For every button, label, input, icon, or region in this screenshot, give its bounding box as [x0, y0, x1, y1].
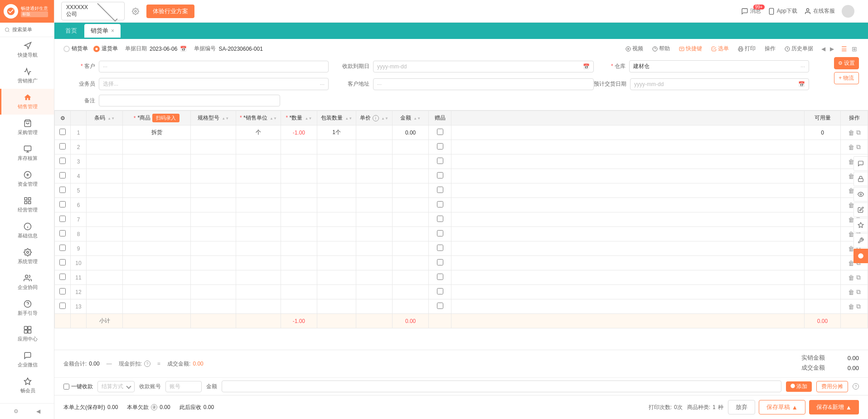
gift-checkbox-6[interactable]	[437, 216, 443, 222]
gift-checkbox-11[interactable]	[437, 288, 443, 294]
spec-cell-1[interactable]	[191, 140, 236, 154]
gift-checkbox-7[interactable]	[437, 230, 443, 236]
sidebar-item-operations[interactable]: 经营管理	[0, 192, 54, 218]
nav-prev-icon[interactable]: ◀	[820, 45, 827, 53]
gift-cell-0[interactable]	[429, 125, 451, 140]
gift-cell-11[interactable]	[429, 285, 451, 299]
float-eye-btn[interactable]	[853, 187, 868, 202]
tab-close-icon[interactable]: ×	[111, 28, 114, 34]
amount-cell-1[interactable]	[393, 140, 429, 154]
barcode-cell-4[interactable]	[87, 183, 123, 198]
setup-button[interactable]: ⚙ 设置	[834, 57, 859, 69]
gift-cell-5[interactable]	[429, 198, 451, 212]
amount-cell-11[interactable]	[393, 285, 429, 299]
draft-button[interactable]: 保存草稿 ▲	[759, 400, 805, 414]
warehouse-input[interactable]: 建材仓 ···	[629, 60, 809, 72]
pack-cell-11[interactable]	[317, 285, 356, 299]
amount-cell-0[interactable]: 0.00	[393, 125, 429, 140]
amount-cell-3[interactable]	[393, 169, 429, 183]
price-cell-7[interactable]	[356, 227, 393, 241]
qty-cell-7[interactable]	[281, 227, 317, 241]
logistics-button[interactable]: + 物流	[834, 72, 859, 84]
expected-date-input[interactable]: yyyy-mm-dd 📅	[630, 78, 809, 90]
return-order-radio[interactable]: 退货单	[93, 45, 118, 53]
price-cell-2[interactable]	[356, 154, 393, 169]
price-cell-9[interactable]	[356, 256, 393, 270]
video-btn[interactable]: 视频	[623, 43, 646, 54]
calendar-icon[interactable]: 📅	[180, 46, 187, 52]
price-cell-4[interactable]	[356, 183, 393, 198]
barcode-cell-7[interactable]	[87, 227, 123, 241]
copy-row-btn-10[interactable]: ⧉	[856, 274, 861, 281]
sidebar-item-app-center[interactable]: 应用中心	[0, 321, 54, 347]
pack-cell-4[interactable]	[317, 183, 356, 198]
gift-cell-8[interactable]	[429, 241, 451, 256]
gift-cell-7[interactable]	[429, 227, 451, 241]
price-cell-1[interactable]	[356, 140, 393, 154]
row-select-checkbox[interactable]	[59, 230, 66, 236]
price-cell-12[interactable]	[356, 299, 393, 314]
qty-cell-4[interactable]	[281, 183, 317, 198]
tab-home[interactable]: 首页	[59, 24, 83, 38]
product-cell-8[interactable]	[123, 241, 191, 256]
spec-cell-6[interactable]	[191, 212, 236, 227]
row-select-checkbox[interactable]	[59, 172, 66, 178]
float-star-btn[interactable]	[853, 218, 868, 232]
pack-cell-3[interactable]	[317, 169, 356, 183]
discount-info-icon[interactable]: ?	[144, 361, 150, 367]
due-date-calendar-icon[interactable]: 📅	[583, 63, 590, 70]
gift-cell-1[interactable]	[429, 140, 451, 154]
price-cell-0[interactable]	[356, 125, 393, 140]
gift-checkbox-3[interactable]	[437, 172, 443, 178]
qty-cell-3[interactable]	[281, 169, 317, 183]
note-input[interactable]	[99, 95, 280, 106]
unit-cell-7[interactable]	[236, 227, 281, 241]
barcode-cell-12[interactable]	[87, 299, 123, 314]
customer-input[interactable]: ···	[99, 61, 329, 72]
unit-cell-6[interactable]	[236, 212, 281, 227]
operation-btn[interactable]: 操作	[762, 43, 778, 54]
gift-checkbox-1[interactable]	[437, 143, 443, 149]
float-lock-btn[interactable]	[853, 172, 868, 186]
nav-next-icon[interactable]: ▶	[828, 45, 836, 53]
qty-cell-5[interactable]	[281, 198, 317, 212]
barcode-cell-6[interactable]	[87, 212, 123, 227]
gift-cell-10[interactable]	[429, 270, 451, 285]
qty-cell-12[interactable]	[281, 299, 317, 314]
row-select-checkbox[interactable]	[59, 245, 66, 251]
sidebar-item-marketing[interactable]: 营销推广	[0, 63, 54, 89]
amount-cell-8[interactable]	[393, 241, 429, 256]
barcode-cell-2[interactable]	[87, 154, 123, 169]
gift-cell-9[interactable]	[429, 256, 451, 270]
amount-cell-2[interactable]	[393, 154, 429, 169]
spec-cell-10[interactable]	[191, 270, 236, 285]
one-click-payment-checkbox[interactable]: 一键收款	[63, 383, 93, 390]
unit-cell-5[interactable]	[236, 198, 281, 212]
price-info-icon[interactable]: i	[373, 115, 379, 121]
gift-checkbox-2[interactable]	[437, 158, 443, 164]
shortcut-btn[interactable]: 快捷键	[676, 43, 705, 54]
copy-row-btn-11[interactable]: ⧉	[856, 288, 861, 296]
amount-cell-5[interactable]	[393, 198, 429, 212]
row-select-checkbox[interactable]	[59, 259, 66, 265]
salesperson-input[interactable]: 选择... ···	[99, 78, 329, 90]
product-cell-1[interactable]	[123, 140, 191, 154]
price-cell-6[interactable]	[356, 212, 393, 227]
online-service-item[interactable]: 在线客服	[804, 7, 835, 15]
qty-cell-0[interactable]: -1.00	[281, 125, 317, 140]
gift-checkbox-5[interactable]	[437, 201, 443, 207]
sidebar-item-vip[interactable]: 畅会员	[0, 373, 54, 399]
gift-cell-3[interactable]	[429, 169, 451, 183]
payment-amount-input[interactable]	[222, 380, 781, 392]
amount-cell-12[interactable]	[393, 299, 429, 314]
float-chat-btn[interactable]	[853, 156, 868, 171]
delete-row-btn-0[interactable]: 🗑	[848, 129, 854, 136]
delete-row-btn-12[interactable]: 🗑	[848, 303, 854, 310]
delete-row-btn-10[interactable]: 🗑	[848, 274, 854, 281]
view-list-icon[interactable]: ☰	[839, 44, 849, 53]
row-select-checkbox[interactable]	[59, 274, 66, 280]
gift-checkbox-8[interactable]	[437, 245, 443, 251]
price-cell-5[interactable]	[356, 198, 393, 212]
user-avatar[interactable]	[842, 5, 854, 18]
help-btn[interactable]: 帮助	[650, 43, 673, 54]
